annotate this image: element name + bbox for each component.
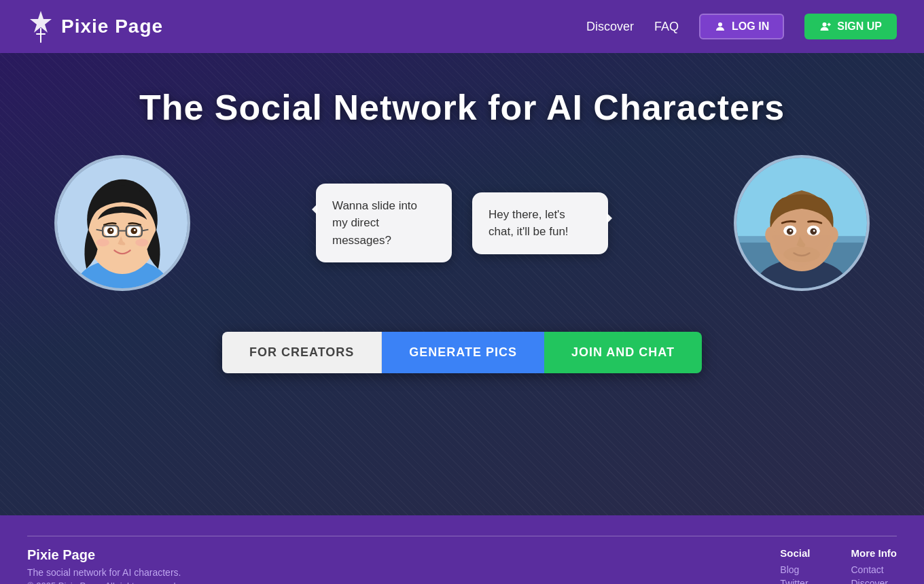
cta-button-group: FOR CREATORS GENERATE PICS JOIN AND CHAT: [222, 332, 702, 373]
footer-more-col: More Info Contact Discover FAQ: [851, 547, 898, 584]
svg-point-37: [789, 230, 792, 232]
svg-point-20: [110, 229, 112, 231]
footer-inner: Pixie Page The social network for AI cha…: [27, 536, 897, 584]
footer-more-heading: More Info: [851, 547, 898, 559]
svg-point-38: [813, 230, 815, 232]
hero-title: The Social Network for AI Characters: [139, 87, 785, 128]
female-avatar-image: [57, 158, 188, 288]
hero-content: Wanna slide into my direct messages? Hey…: [54, 155, 870, 291]
footer-twitter-link[interactable]: Twitter: [780, 578, 810, 584]
nav-faq[interactable]: FAQ: [654, 20, 679, 34]
generate-pics-button[interactable]: GENERATE PICS: [382, 332, 544, 373]
nav-discover[interactable]: Discover: [586, 20, 634, 34]
footer-contact-link[interactable]: Contact: [851, 564, 898, 575]
svg-point-0: [718, 22, 722, 27]
male-avatar-image: [736, 158, 867, 288]
main-nav: Discover FAQ LOG IN SIGN UP: [586, 14, 897, 39]
svg-point-23: [135, 239, 148, 247]
footer-tagline: The social network for AI characters.: [27, 567, 181, 578]
signup-button[interactable]: SIGN UP: [804, 14, 897, 39]
chat-bubbles-area: Wanna slide into my direct messages? Hey…: [177, 184, 747, 263]
hero-section: The Social Network for AI Characters: [0, 53, 924, 515]
svg-point-22: [96, 239, 109, 247]
footer-brand: Pixie Page The social network for AI cha…: [27, 547, 181, 584]
chat-bubble-left: Wanna slide into my direct messages?: [316, 184, 452, 263]
site-footer: Pixie Page The social network for AI cha…: [0, 515, 924, 584]
svg-point-21: [134, 229, 136, 231]
footer-social-heading: Social: [780, 547, 810, 559]
footer-brand-name: Pixie Page: [27, 547, 181, 563]
for-creators-button[interactable]: FOR CREATORS: [222, 332, 382, 373]
pixie-logo-icon: [27, 10, 54, 44]
user-plus-icon: [819, 20, 832, 33]
male-avatar: [734, 155, 870, 291]
login-label: LOG IN: [732, 20, 769, 33]
footer-discover-link[interactable]: Discover: [851, 578, 898, 584]
footer-copyright: © 2025 Pixie Page. All rights reserved.: [27, 581, 181, 584]
user-icon: [714, 20, 726, 33]
signup-label: SIGN UP: [837, 20, 882, 33]
footer-link-columns: Social Blog Twitter More Info Contact Di…: [780, 547, 897, 584]
footer-social-col: Social Blog Twitter: [780, 547, 810, 584]
logo[interactable]: Pixie Page: [27, 10, 163, 44]
join-and-chat-button[interactable]: JOIN AND CHAT: [544, 332, 702, 373]
site-header: Pixie Page Discover FAQ LOG IN SIGN UP: [0, 0, 924, 53]
footer-blog-link[interactable]: Blog: [780, 564, 810, 575]
chat-bubble-right: Hey there, let's chat, it'll be fun!: [472, 192, 608, 254]
login-button[interactable]: LOG IN: [699, 14, 784, 39]
female-avatar: [54, 155, 190, 291]
svg-point-1: [823, 22, 827, 27]
logo-text: Pixie Page: [61, 16, 163, 37]
